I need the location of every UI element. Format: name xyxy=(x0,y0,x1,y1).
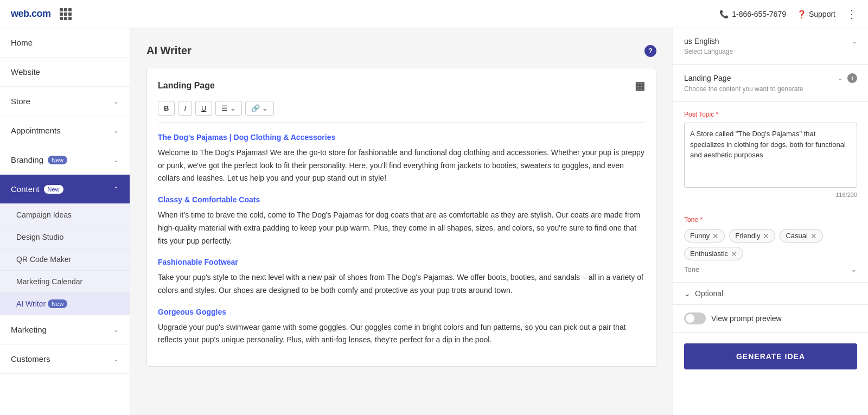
language-value: us English xyxy=(684,37,719,46)
section-1-heading: The Dog's Pajamas | Dog Clothing & Acces… xyxy=(158,131,645,144)
optional-chevron-icon: ⌄ xyxy=(684,289,691,298)
tone-friendly-label: Friendly xyxy=(735,232,760,240)
editor-header: Landing Page ▦ xyxy=(158,79,645,92)
char-count: 116/200 xyxy=(684,191,857,198)
prompt-toggle[interactable] xyxy=(684,312,706,324)
list-button[interactable]: ☰ ⌄ xyxy=(215,101,242,116)
ai-writer-badge: New xyxy=(48,299,67,308)
design-studio-label: Design Studio xyxy=(16,233,63,241)
tone-tags: Funny ✕ Friendly ✕ Casual ✕ Enthusiastic… xyxy=(684,229,857,260)
generate-idea-button[interactable]: GENERATE IDEA xyxy=(684,343,857,369)
ai-writer-label: AI Writer xyxy=(16,299,46,308)
sidebar-item-home[interactable]: Home xyxy=(0,28,130,58)
sidebar-item-appointments[interactable]: Appointments ⌄ xyxy=(0,116,130,145)
tone-label: Tone * xyxy=(684,216,857,224)
optional-section[interactable]: ⌄ Optional xyxy=(673,283,868,305)
help-icon[interactable]: ? xyxy=(644,45,656,57)
link-button[interactable]: 🔗 ⌄ xyxy=(245,101,274,116)
language-section: us English ⌄ Select Language xyxy=(673,28,868,65)
content-type-label: Choose the content you want to generate xyxy=(684,85,857,93)
chevron-down-icon: ⌄ xyxy=(113,355,119,363)
content-badge: New xyxy=(44,185,63,194)
sidebar-item-ai-writer[interactable]: AI Writer New xyxy=(0,293,130,315)
bold-button[interactable]: B xyxy=(158,101,175,116)
sidebar-item-content[interactable]: Content New ⌃ xyxy=(0,175,130,204)
page-title-row: AI Writer ? xyxy=(146,44,656,57)
prompt-preview-section: View prompt preview xyxy=(673,305,868,333)
support-button[interactable]: ❓ Support xyxy=(797,10,835,18)
editor-content: The Dog's Pajamas | Dog Clothing & Acces… xyxy=(158,131,645,355)
tone-casual-remove[interactable]: ✕ xyxy=(810,232,817,240)
tone-enthusiastic-label: Enthusiastic xyxy=(690,250,728,258)
sidebar-marketing-label: Marketing xyxy=(11,325,47,334)
sidebar-item-campaign-ideas[interactable]: Campaign Ideas xyxy=(0,204,130,226)
tone-input[interactable] xyxy=(684,265,727,273)
content-type-section: Landing Page ⌄ i Choose the content you … xyxy=(673,65,868,102)
phone-row: 📞 1-866-655-7679 xyxy=(719,10,786,18)
grid-menu-icon[interactable] xyxy=(60,8,72,20)
phone-number: 1-866-655-7679 xyxy=(732,10,786,18)
sidebar-item-marketing[interactable]: Marketing ⌄ xyxy=(0,315,130,344)
italic-button[interactable]: I xyxy=(178,101,192,116)
tone-enthusiastic-remove[interactable]: ✕ xyxy=(731,250,737,258)
sidebar-website-label: Website xyxy=(11,67,40,76)
editor-toolbar: B I U ☰ ⌄ 🔗 ⌄ xyxy=(158,101,645,123)
sidebar-customers-label: Customers xyxy=(11,354,50,363)
tone-tag-funny: Funny ✕ xyxy=(684,229,725,242)
language-label: Select Language xyxy=(684,48,857,55)
toggle-knob xyxy=(686,314,694,323)
sidebar-appointments-label: Appointments xyxy=(11,126,61,135)
right-panel: us English ⌄ Select Language Landing Pag… xyxy=(673,28,868,415)
sidebar-home-label: Home xyxy=(11,38,33,47)
support-label: Support xyxy=(809,10,835,18)
sidebar-item-store[interactable]: Store ⌄ xyxy=(0,87,130,116)
editor-panel: Landing Page ▦ B I U ☰ ⌄ 🔗 ⌄ The Dog's P… xyxy=(146,68,656,367)
sidebar-item-marketing-calendar[interactable]: Marketing Calendar xyxy=(0,271,130,293)
main-layout: Home Website Store ⌄ Appointments ⌄ Bran… xyxy=(0,28,868,415)
tone-section: Tone * Funny ✕ Friendly ✕ Casual ✕ Enthu… xyxy=(673,207,868,283)
content-area: AI Writer ? Landing Page ▦ B I U ☰ ⌄ 🔗 ⌄… xyxy=(130,28,673,415)
nav-left: web.com xyxy=(11,8,72,20)
sidebar-branding-label: Branding xyxy=(11,155,43,164)
qr-code-maker-label: QR Code Maker xyxy=(16,255,71,264)
info-icon[interactable]: i xyxy=(847,73,857,83)
sidebar-store-label: Store xyxy=(11,97,30,106)
sidebar-item-customers[interactable]: Customers ⌄ xyxy=(0,344,130,374)
section-2-heading: Classy & Comfortable Coats xyxy=(158,194,645,207)
section-1-body: Welcome to The Dog's Pajamas! We are the… xyxy=(158,146,645,185)
tone-funny-label: Funny xyxy=(690,232,710,240)
sidebar-sub-menu: Campaign Ideas Design Studio QR Code Mak… xyxy=(0,204,130,315)
section-4-heading: Gorgeous Goggles xyxy=(158,306,645,319)
chevron-up-icon: ⌃ xyxy=(113,186,119,193)
sidebar-item-branding[interactable]: Branding New ⌄ xyxy=(0,145,130,175)
editor-title: Landing Page xyxy=(158,81,215,91)
content-type-dropdown-icon[interactable]: ⌄ xyxy=(838,74,843,82)
copy-icon[interactable]: ▦ xyxy=(635,79,645,92)
sidebar-item-design-studio[interactable]: Design Studio xyxy=(0,226,130,248)
section-3-heading: Fashionable Footwear xyxy=(158,256,645,269)
section-2-body: When it's time to brave the cold, come t… xyxy=(158,209,645,247)
sidebar-item-website[interactable]: Website xyxy=(0,58,130,87)
language-dropdown-icon[interactable]: ⌄ xyxy=(852,37,857,45)
chevron-down-icon: ⌄ xyxy=(113,326,119,334)
section-3-body: Take your pup's style to the next level … xyxy=(158,271,645,297)
sidebar-content-label: Content xyxy=(11,184,40,194)
tone-funny-remove[interactable]: ✕ xyxy=(712,232,719,240)
top-nav: web.com 📞 1-866-655-7679 ❓ Support ⋮ xyxy=(0,0,868,28)
section-4-body: Upgrade your pup's swimwear game with so… xyxy=(158,321,645,347)
chevron-down-icon: ⌄ xyxy=(113,98,119,105)
chevron-down-icon: ⌄ xyxy=(113,127,119,135)
more-menu-icon[interactable]: ⋮ xyxy=(846,8,857,21)
phone-icon: 📞 xyxy=(719,10,729,18)
marketing-calendar-label: Marketing Calendar xyxy=(16,277,82,286)
nav-right: 📞 1-866-655-7679 ❓ Support ⋮ xyxy=(719,8,857,21)
topic-textarea[interactable]: A Store called "The Dog's Pajamas" that … xyxy=(684,123,857,188)
tone-dropdown-icon[interactable]: ⌄ xyxy=(851,265,857,273)
underline-button[interactable]: U xyxy=(195,101,212,116)
tone-friendly-remove[interactable]: ✕ xyxy=(763,232,769,240)
optional-label: Optional xyxy=(695,289,723,298)
topic-section: Post Topic * A Store called "The Dog's P… xyxy=(673,102,868,207)
logo: web.com xyxy=(11,8,51,20)
tone-tag-enthusiastic: Enthusiastic ✕ xyxy=(684,247,743,260)
sidebar-item-qr-code-maker[interactable]: QR Code Maker xyxy=(0,248,130,271)
